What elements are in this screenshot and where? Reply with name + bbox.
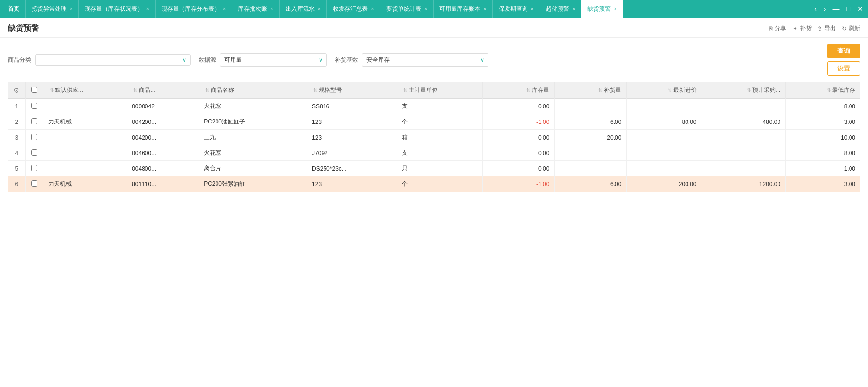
tab-label-available-ledger: 可用量库存账本 — [439, 5, 480, 13]
query-button[interactable]: 查询 — [827, 44, 860, 58]
replenish-button[interactable]: ＋ 补货 — [792, 24, 812, 33]
tab-label-expiry-query: 保质期查询 — [499, 5, 528, 13]
tab-label-inventory-status: 现存量（库存状况表） — [85, 5, 143, 13]
gear-icon[interactable]: ⚙ — [13, 87, 19, 94]
cell-unit: 个 — [397, 176, 483, 192]
tab-label-batch-ledger: 库存批次账 — [238, 5, 267, 13]
row-checkbox[interactable] — [31, 180, 37, 187]
tab-close-batch-ledger[interactable]: × — [270, 6, 273, 12]
row-checkbox-cell — [25, 114, 43, 130]
refresh-button[interactable]: ↻ 刷新 — [842, 24, 860, 33]
tab-order-stats[interactable]: 要货单统计表× — [380, 0, 434, 18]
sort-icon: ⇅ — [827, 88, 831, 93]
settings-button[interactable]: 设置 — [827, 61, 860, 76]
cell-spec: J7092 — [307, 145, 397, 161]
col-min-stock[interactable]: ⇅ 最低库存 — [786, 82, 860, 99]
tab-inventory-dist[interactable]: 现存量（库存分布表）× — [156, 0, 232, 18]
tab-expiry-query[interactable]: 保质期查询× — [493, 0, 540, 18]
col-latest-price[interactable]: ⇅ 最新进价 — [627, 82, 702, 99]
cell-latest-price: 80.00 — [627, 114, 702, 130]
sort-icon: ⇅ — [403, 88, 407, 93]
row-checkbox[interactable] — [31, 165, 37, 171]
col-checkbox — [25, 82, 43, 99]
cell-latest-price — [627, 161, 702, 176]
table-row: 4004600...火花塞J7092支0.008.00 — [8, 145, 860, 161]
select-all-checkbox[interactable] — [31, 87, 37, 93]
cell-spec: DS250*23c... — [307, 161, 397, 176]
tab-recv-summary[interactable]: 收发存汇总表× — [327, 0, 380, 18]
datasource-value: 可用量 — [224, 56, 242, 64]
refresh-icon: ↻ — [842, 25, 847, 32]
col-product-code[interactable]: ⇅ 商品... — [127, 82, 199, 99]
export-icon: ⇪ — [817, 25, 822, 32]
row-checkbox[interactable] — [31, 103, 37, 109]
window-maximize-button[interactable]: □ — [844, 3, 853, 14]
replenish-basis-select[interactable]: 安全库存 ∨ — [362, 53, 488, 67]
datasource-select[interactable]: 可用量 ∨ — [220, 53, 327, 67]
tab-close-recv-summary[interactable]: × — [371, 6, 374, 12]
tab-inout-flow[interactable]: 出入库流水× — [280, 0, 327, 18]
cell-latest-price — [627, 99, 702, 114]
window-minimize-button[interactable]: — — [830, 3, 843, 14]
row-gear-cell: 1 — [8, 99, 25, 114]
sort-icon: ⇅ — [668, 88, 671, 93]
tab-available-ledger[interactable]: 可用量库存账本× — [434, 0, 492, 18]
tab-shortage[interactable]: 缺货预警× — [581, 0, 623, 18]
category-select[interactable]: ∨ — [35, 54, 191, 66]
cell-stock: 0.00 — [483, 130, 555, 145]
tab-close-inventory-status[interactable]: × — [146, 6, 149, 12]
sort-icon: ⇅ — [313, 88, 317, 93]
tab-close-overstock[interactable]: × — [572, 6, 575, 12]
row-checkbox[interactable] — [31, 134, 37, 140]
row-checkbox-cell — [25, 145, 43, 161]
sort-icon: ⇅ — [526, 88, 530, 93]
tab-close-anomaly[interactable]: × — [70, 6, 72, 12]
window-close-button[interactable]: ✕ — [854, 3, 866, 14]
col-supplier[interactable]: ⇅ 默认供应... — [43, 82, 127, 99]
tab-batch-ledger[interactable]: 库存批次账× — [232, 0, 279, 18]
col-replenish-qty[interactable]: ⇅ 补货量 — [555, 82, 627, 99]
export-button[interactable]: ⇪ 导出 — [817, 24, 836, 33]
tab-home[interactable]: 首页 — [2, 0, 26, 18]
share-button[interactable]: ⎘ 分享 — [769, 24, 786, 33]
cell-product-name: 三九 — [199, 130, 307, 145]
cell-min-stock: 1.00 — [786, 161, 860, 176]
row-gear-cell: 2 — [8, 114, 25, 130]
tab-label-inout-flow: 出入库流水 — [286, 5, 315, 13]
col-spec[interactable]: ⇅ 规格型号 — [307, 82, 397, 99]
cell-product-code: 004200... — [127, 130, 199, 145]
tab-prev-button[interactable]: ‹ — [812, 3, 820, 14]
row-checkbox[interactable] — [31, 149, 37, 156]
table-header-row: ⚙ ⇅ 默认供应... ⇅ 商品... ⇅ 商品名称 — [8, 82, 860, 99]
tab-overstock[interactable]: 超储预警× — [540, 0, 581, 18]
tab-anomaly[interactable]: 拣货异常处理× — [26, 0, 79, 18]
replenish-icon: ＋ — [792, 24, 798, 33]
row-checkbox[interactable] — [31, 118, 37, 124]
tab-next-button[interactable]: › — [821, 3, 829, 14]
tab-close-expiry-query[interactable]: × — [531, 6, 534, 12]
col-unit[interactable]: ⇅ 主计量单位 — [397, 82, 483, 99]
tab-close-available-ledger[interactable]: × — [483, 6, 486, 12]
cell-latest-price — [627, 130, 702, 145]
page-header: 缺货预警 ⎘ 分享 ＋ 补货 ⇪ 导出 ↻ 刷新 — [0, 18, 868, 38]
cell-supplier — [43, 161, 127, 176]
table-row: 6力天机械801110...PC200张紧油缸123个-1.006.00200.… — [8, 176, 860, 192]
tab-close-inout-flow[interactable]: × — [318, 6, 321, 12]
col-est-purchase[interactable]: ⇅ 预计采购... — [702, 82, 786, 99]
cell-unit: 箱 — [397, 130, 483, 145]
cell-unit: 只 — [397, 161, 483, 176]
datasource-filter-group: 数据源 可用量 ∨ — [199, 53, 327, 67]
tab-inventory-status[interactable]: 现存量（库存状况表）× — [79, 0, 155, 18]
page-title: 缺货预警 — [8, 23, 39, 34]
col-stock[interactable]: ⇅ 库存量 — [483, 82, 555, 99]
tab-close-inventory-dist[interactable]: × — [223, 6, 226, 12]
cell-est-purchase: 480.00 — [702, 114, 786, 130]
tab-close-shortage[interactable]: × — [614, 6, 616, 12]
col-product-name[interactable]: ⇅ 商品名称 — [199, 82, 307, 99]
row-checkbox-cell — [25, 99, 43, 114]
header-actions: ⎘ 分享 ＋ 补货 ⇪ 导出 ↻ 刷新 — [769, 24, 860, 33]
cell-unit: 个 — [397, 114, 483, 130]
tab-close-order-stats[interactable]: × — [424, 6, 427, 12]
action-buttons: 查询 设置 — [827, 44, 860, 76]
cell-min-stock: 3.00 — [786, 114, 860, 130]
